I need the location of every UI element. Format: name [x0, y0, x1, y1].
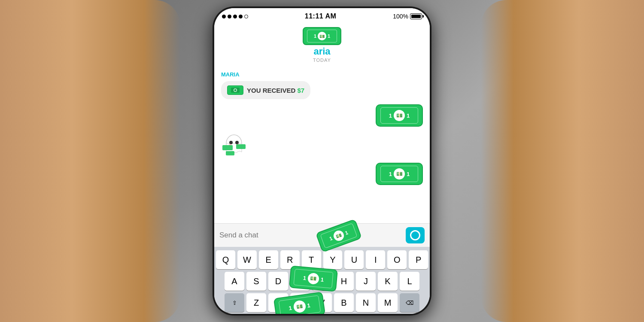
signal-dot-5	[244, 15, 248, 18]
keyboard[interactable]: Q W E R T Y U I O P A S	[214, 247, 430, 314]
kb-row-1: Q W E R T Y U I O P	[216, 250, 428, 269]
bill-num-lg-l2: 1	[389, 171, 392, 177]
input-area: 1 💵 1	[214, 223, 430, 247]
ghost-svg	[222, 132, 246, 157]
bill-num-lg-r2: 1	[407, 171, 410, 177]
key-l[interactable]: L	[400, 272, 419, 291]
ghost-sticker-row	[221, 132, 423, 158]
bill-circle-header: 💵	[318, 32, 326, 40]
bill-right-2[interactable]: 1 💵 1	[376, 163, 423, 185]
key-y[interactable]: Y	[323, 250, 343, 269]
float-bill-circle: 💵	[332, 229, 346, 243]
float-bill-num-l: 1	[328, 235, 333, 242]
dollar-amount: $7	[298, 87, 305, 94]
key-shift[interactable]: ⇧	[225, 293, 244, 312]
bill-right-row-1: 1 💵 1	[221, 104, 423, 127]
signal-dot-2	[228, 15, 231, 18]
key-p[interactable]: P	[409, 250, 428, 269]
ghost-sticker	[221, 132, 247, 158]
key-u[interactable]: U	[344, 250, 364, 269]
phone-inner: 11:11 AM 100% 1 💵 1	[214, 8, 430, 314]
scene: 11:11 AM 100% 1 💵 1	[0, 0, 644, 322]
hand-left	[0, 0, 180, 322]
contact-name[interactable]: aria	[313, 46, 330, 57]
status-bar: 11:11 AM 100%	[214, 8, 430, 24]
battery-icon	[410, 13, 422, 19]
message-bubble: YOU RECEIVED $7	[221, 81, 310, 99]
kb-bill-overlay-1: 1 💵 1	[289, 265, 338, 292]
key-b[interactable]: B	[334, 293, 354, 312]
sender-row: MARIA	[221, 71, 423, 76]
bill-circle-lg-2: 💵	[394, 168, 405, 179]
snap-camera-button[interactable]	[406, 227, 425, 243]
money-mini-icon	[227, 85, 243, 95]
signal-dot-1	[222, 15, 226, 18]
signal-dot-3	[233, 15, 237, 18]
kb-bill1-num-r: 1	[320, 276, 324, 283]
key-e[interactable]: E	[259, 250, 278, 269]
kb-bill1-circle: 💵	[307, 273, 319, 285]
key-w[interactable]: W	[237, 250, 257, 269]
svg-rect-11	[226, 151, 234, 155]
bill-num-lg-r1: 1	[407, 112, 410, 119]
key-a[interactable]: A	[225, 272, 244, 291]
messages-scroll: MARIA	[221, 71, 423, 219]
screen: 11:11 AM 100% 1 💵 1	[214, 8, 430, 314]
key-i[interactable]: I	[366, 250, 385, 269]
bill-inner-2: 1 💵 1	[380, 166, 418, 182]
bill-num-right: 1	[328, 33, 330, 39]
bill-right-1[interactable]: 1 💵 1	[376, 104, 423, 127]
bill-inner-1: 1 💵 1	[380, 107, 418, 124]
bill-num-lg-l1: 1	[389, 112, 392, 119]
today-label: TODAY	[313, 58, 331, 63]
key-backspace[interactable]: ⌫	[400, 293, 419, 312]
signal-dot-4	[239, 15, 243, 18]
key-m[interactable]: M	[378, 293, 398, 312]
hand-right	[481, 0, 644, 322]
svg-point-6	[235, 141, 239, 144]
key-q[interactable]: Q	[216, 250, 235, 269]
key-d[interactable]: D	[268, 272, 288, 291]
kb-bill2-num-l: 1	[288, 304, 292, 311]
bill-circle-lg-1: 💵	[394, 110, 405, 121]
received-text: YOU RECEIVED $7	[247, 87, 304, 94]
camera-circle-icon	[410, 230, 420, 240]
battery-fill	[411, 15, 421, 18]
messages-area: MARIA	[214, 67, 430, 223]
bill-num-left: 1	[314, 33, 316, 39]
chat-input[interactable]	[219, 227, 402, 243]
key-z[interactable]: Z	[246, 293, 266, 312]
svg-rect-10	[236, 144, 246, 149]
kb-bill2-num-r: 1	[307, 302, 310, 309]
key-o[interactable]: O	[387, 250, 407, 269]
sender-label: MARIA	[221, 71, 240, 78]
header-money-bill[interactable]: 1 💵 1	[303, 27, 341, 45]
received-message-row: YOU RECEIVED $7	[221, 81, 423, 99]
status-time: 11:11 AM	[305, 12, 337, 20]
received-message: YOU RECEIVED $7	[221, 81, 310, 99]
kb-bill2-circle: 💵	[292, 300, 306, 313]
svg-point-5	[229, 141, 233, 144]
battery-area: 100%	[393, 13, 422, 20]
key-j[interactable]: J	[356, 272, 376, 291]
battery-pct: 100%	[393, 13, 408, 20]
svg-point-2	[234, 89, 237, 91]
chat-header: 1 💵 1 aria TODAY	[214, 24, 430, 67]
kb-bill1-num-l: 1	[303, 274, 307, 281]
key-s[interactable]: S	[246, 272, 266, 291]
key-k[interactable]: K	[378, 272, 398, 291]
signal-dots	[222, 15, 248, 18]
bill-inner-header: 1 💵 1	[307, 30, 337, 43]
key-n[interactable]: N	[356, 293, 376, 312]
svg-rect-9	[222, 145, 233, 150]
float-bill-num-r: 1	[344, 230, 349, 236]
bill-right-row-2: 1 💵 1	[221, 163, 423, 185]
phone-frame: 11:11 AM 100% 1 💵 1	[213, 6, 431, 316]
